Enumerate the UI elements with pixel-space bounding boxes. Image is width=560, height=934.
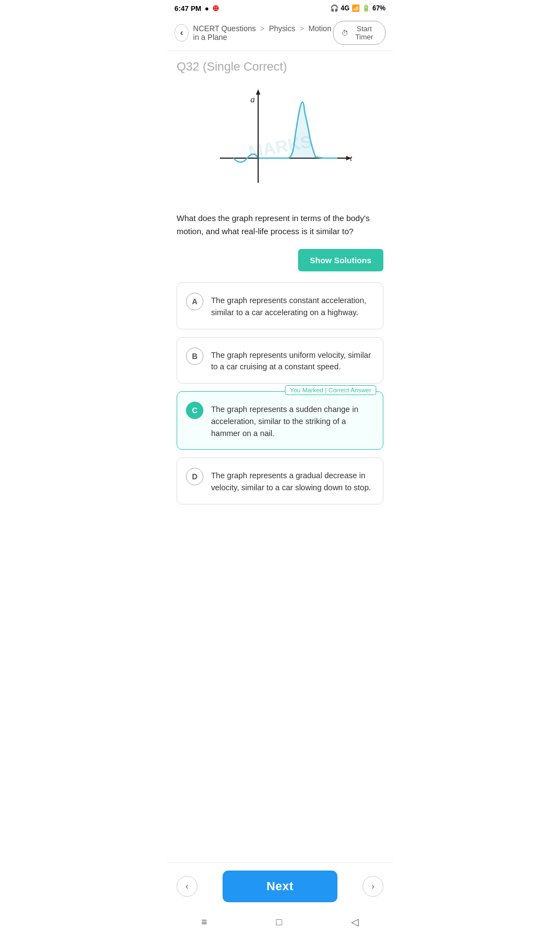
sep1: > xyxy=(260,24,267,33)
signal-icon: ● xyxy=(205,4,209,13)
home-icon: □ xyxy=(276,916,282,928)
show-solutions-button[interactable]: Show Solutions xyxy=(298,249,384,271)
back-icon: ‹ xyxy=(180,28,183,38)
battery-percent: 67% xyxy=(372,4,386,12)
signal-bars-icon: 📶 xyxy=(352,4,360,12)
svg-text:a: a xyxy=(250,95,255,104)
next-button[interactable]: Next xyxy=(223,871,337,902)
status-left: 6:47 PM ● ⊕ xyxy=(174,3,219,13)
option-a-text: The graph represents constant accelerati… xyxy=(211,293,374,319)
question-text: What does the graph represent in terms o… xyxy=(177,212,383,238)
top-nav: ‹ NCERT Questions > Physics > Motion in … xyxy=(167,15,393,51)
option-d-label: D xyxy=(186,468,203,485)
option-b-label: B xyxy=(186,347,203,365)
option-d-text: The graph represents a gradual decrease … xyxy=(211,468,374,494)
nav-left: ‹ NCERT Questions > Physics > Motion in … xyxy=(174,24,333,42)
graph-svg: MARKS a t xyxy=(203,82,357,202)
time: 6:47 PM xyxy=(174,4,201,13)
status-right: 🎧 4G 📶 🔋 67% xyxy=(330,4,386,12)
forward-button[interactable]: › xyxy=(363,876,383,897)
option-d-card[interactable]: D The graph represents a gradual decreas… xyxy=(177,457,383,504)
bottom-nav: ‹ Next › xyxy=(167,862,393,910)
breadcrumb-physics: Physics xyxy=(269,24,295,33)
timer-icon: ⏱ xyxy=(341,29,348,37)
solutions-row: Show Solutions xyxy=(177,249,383,271)
breadcrumb: NCERT Questions > Physics > Motion in a … xyxy=(193,24,333,42)
menu-icon: ≡ xyxy=(201,916,207,928)
svg-text:t: t xyxy=(350,154,353,163)
you-marked-badge: You Marked | Correct Answer xyxy=(285,385,376,395)
airtel-icon: ⊕ xyxy=(212,3,219,13)
svg-marker-2 xyxy=(256,89,260,95)
prev-button[interactable]: ‹ xyxy=(177,876,197,897)
option-c-card[interactable]: You Marked | Correct Answer C The graph … xyxy=(177,391,383,450)
option-a-card[interactable]: A The graph represents constant accelera… xyxy=(177,282,383,329)
sep2: > xyxy=(300,24,306,33)
battery-icon: 🔋 xyxy=(362,4,370,12)
back-system-icon: ◁ xyxy=(351,916,359,928)
status-bar: 6:47 PM ● ⊕ 🎧 4G 📶 🔋 67% xyxy=(167,0,393,15)
option-b-text: The graph represents uniform velocity, s… xyxy=(211,347,374,374)
question-title: Q32 (Single Correct) xyxy=(177,60,383,74)
back-button[interactable]: ‹ xyxy=(174,24,189,42)
option-a-label: A xyxy=(186,293,203,310)
breadcrumb-ncert: NCERT Questions xyxy=(193,24,256,33)
forward-icon: › xyxy=(371,881,374,891)
option-c-text: The graph represents a sudden change in … xyxy=(211,402,374,439)
graph-container: MARKS a t xyxy=(177,82,383,202)
option-b-card[interactable]: B The graph represents uniform velocity,… xyxy=(177,337,383,384)
network-label: 4G xyxy=(341,4,349,12)
start-timer-button[interactable]: ⏱ Start Timer xyxy=(333,21,386,45)
option-c-label: C xyxy=(186,402,203,419)
options-list: A The graph represents constant accelera… xyxy=(177,282,383,504)
system-nav: ≡ □ ◁ xyxy=(167,910,393,934)
prev-icon: ‹ xyxy=(185,881,188,891)
main-content: Q32 (Single Correct) MARKS a t xyxy=(167,51,393,567)
headphone-icon: 🎧 xyxy=(330,4,339,12)
start-timer-label: Start Timer xyxy=(351,25,377,41)
